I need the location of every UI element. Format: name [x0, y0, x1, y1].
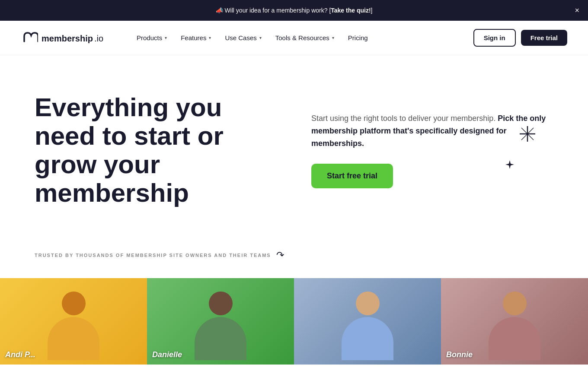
svg-text:membership: membership [42, 34, 93, 43]
nav-links: Products ▾ Features ▾ Use Cases ▾ Tools … [131, 31, 473, 45]
person-3 [294, 278, 441, 365]
hero-section: Everything you need to start or grow you… [0, 55, 588, 237]
person-3-body [342, 317, 393, 360]
arrow-decoration-icon: ↷ [276, 250, 285, 261]
nav-features-label: Features [181, 34, 206, 41]
person-1-name: Andi P... [5, 350, 35, 359]
announcement-post-text: ] [371, 7, 373, 14]
person-4-head [503, 292, 527, 315]
navbar: membership .io Products ▾ Features ▾ Use… [0, 21, 588, 55]
announcement-bar: 📣 Will your idea for a membership work? … [0, 0, 588, 21]
trusted-bar: TRUSTED BY THOUSANDS OF MEMBERSHIP SITE … [0, 237, 588, 278]
chevron-down-icon: ▾ [332, 35, 334, 40]
person-1-body [48, 317, 99, 360]
nav-tools-resources[interactable]: Tools & Resources ▾ [270, 31, 339, 45]
hero-title: Everything you need to start or grow you… [35, 93, 277, 207]
start-free-trial-button[interactable]: Start free trial [311, 164, 393, 188]
nav-use-cases-label: Use Cases [225, 34, 256, 41]
signin-button[interactable]: Sign in [473, 29, 516, 47]
testimonial-image-grid: Andi P... Danielle Bonnie [0, 278, 588, 365]
announcement-pre-text: Will your idea for a membership work? [ [224, 7, 331, 14]
close-announcement-button[interactable]: × [575, 6, 579, 14]
person-2-head [209, 292, 233, 315]
hero-subtitle-plain: Start using the right tools to deliver y… [311, 114, 498, 123]
nav-pricing[interactable]: Pricing [343, 31, 373, 45]
person-2-body [195, 317, 246, 360]
logo-text-svg: membership .io [42, 31, 111, 45]
nav-products[interactable]: Products ▾ [131, 31, 172, 45]
announcement-emoji: 📣 [216, 7, 223, 14]
person-2-name: Danielle [152, 350, 182, 359]
person-4-name: Bonnie [446, 350, 473, 359]
free-trial-button[interactable]: Free trial [521, 30, 567, 46]
svg-text:.io: .io [94, 34, 103, 43]
testimonial-image-3 [294, 278, 441, 365]
nav-pricing-label: Pricing [348, 34, 368, 41]
testimonial-image-2: Danielle [147, 278, 294, 365]
hero-left: Everything you need to start or grow you… [35, 93, 277, 207]
hero-right: Start using the right tools to deliver y… [277, 112, 553, 188]
nav-tools-resources-label: Tools & Resources [275, 34, 329, 41]
announcement-text: 📣 Will your idea for a membership work? … [216, 7, 373, 14]
nav-actions: Sign in Free trial [473, 29, 567, 47]
logo-icon [21, 29, 38, 47]
chevron-down-icon: ▾ [259, 35, 262, 40]
chevron-down-icon: ▾ [165, 35, 167, 40]
testimonial-image-4: Bonnie [441, 278, 588, 365]
person-1-head [62, 292, 86, 315]
announcement-link[interactable]: Take the quiz! [331, 7, 371, 14]
logo-link[interactable]: membership .io [21, 29, 111, 47]
chevron-down-icon: ▾ [209, 35, 211, 40]
nav-features[interactable]: Features ▾ [176, 31, 216, 45]
testimonial-image-1: Andi P... [0, 278, 147, 365]
person-4-body [489, 317, 540, 360]
nav-products-label: Products [137, 34, 162, 41]
hero-subtitle: Start using the right tools to deliver y… [311, 112, 553, 149]
person-3-head [356, 292, 380, 315]
sparkle-star-icon [505, 160, 514, 171]
trusted-label: TRUSTED BY THOUSANDS OF MEMBERSHIP SITE … [35, 250, 553, 261]
nav-use-cases[interactable]: Use Cases ▾ [220, 31, 266, 45]
trusted-label-text: TRUSTED BY THOUSANDS OF MEMBERSHIP SITE … [35, 253, 271, 258]
